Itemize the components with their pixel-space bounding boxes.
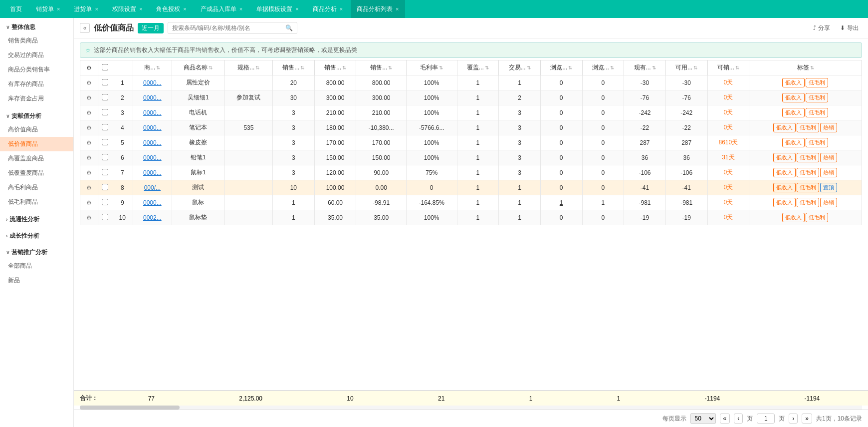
last-page-button[interactable]: » bbox=[802, 414, 812, 424]
row-settings[interactable]: ⚙ bbox=[80, 180, 98, 195]
col-tags[interactable]: 标签⇅ bbox=[749, 60, 862, 75]
scrollbar-thumb[interactable] bbox=[80, 406, 180, 410]
sidebar-item-low-margin[interactable]: 低毛利商品 bbox=[0, 195, 73, 209]
col-spec[interactable]: 规格...⇅ bbox=[224, 60, 272, 75]
row-select-checkbox[interactable] bbox=[102, 79, 108, 85]
first-page-button[interactable]: « bbox=[720, 414, 730, 424]
row-settings[interactable]: ⚙ bbox=[80, 75, 98, 90]
sidebar-item-sales-products[interactable]: 销售类商品 bbox=[0, 33, 73, 48]
sidebar-item-all-products[interactable]: 全部商品 bbox=[0, 259, 73, 273]
collapse-sidebar-button[interactable]: « bbox=[80, 23, 90, 33]
search-icon[interactable]: 🔍 bbox=[285, 24, 293, 31]
sidebar-item-category-rate[interactable]: 商品分类销售率 bbox=[0, 62, 73, 77]
export-button[interactable]: ⬇ 导出 bbox=[837, 23, 862, 33]
row-checkbox[interactable] bbox=[98, 210, 112, 225]
nav-item-product-analysis-list[interactable]: 商品分析列表 × bbox=[351, 0, 405, 18]
views-link[interactable]: 1 bbox=[560, 199, 563, 206]
next-page-button[interactable]: › bbox=[789, 414, 798, 424]
row-checkbox[interactable] bbox=[98, 90, 112, 105]
nav-item-template[interactable]: 单据模板设置 × bbox=[250, 0, 304, 18]
share-button[interactable]: ⤴ 分享 bbox=[810, 23, 833, 33]
close-icon[interactable]: × bbox=[139, 6, 142, 12]
sidebar-group-title-circulation[interactable]: › 流通性分析 bbox=[0, 213, 73, 226]
row-code[interactable]: 0000... bbox=[133, 120, 172, 135]
sidebar-group-title-marketing[interactable]: ∨ 营销推广分析 bbox=[0, 246, 73, 259]
row-settings[interactable]: ⚙ bbox=[80, 210, 98, 225]
close-icon[interactable]: × bbox=[340, 6, 343, 12]
nav-item-sales[interactable]: 销货单 × bbox=[30, 0, 66, 18]
col-coverage[interactable]: 覆盖...⇅ bbox=[457, 60, 499, 75]
col-available-stock[interactable]: 可用...⇅ bbox=[665, 60, 707, 75]
row-settings[interactable]: ⚙ bbox=[80, 150, 98, 165]
nav-item-product-analysis[interactable]: 商品分析 × bbox=[307, 0, 349, 18]
row-checkbox[interactable] bbox=[98, 180, 112, 195]
row-select-checkbox[interactable] bbox=[102, 184, 108, 190]
row-code[interactable]: 000/... bbox=[133, 180, 172, 195]
row-select-checkbox[interactable] bbox=[102, 139, 108, 145]
nav-item-purchase[interactable]: 进货单 × bbox=[68, 0, 104, 18]
row-code[interactable]: 0000... bbox=[133, 75, 172, 90]
row-checkbox[interactable] bbox=[98, 165, 112, 180]
col-sales-qty[interactable]: 销售...⇅ bbox=[273, 60, 315, 75]
row-settings[interactable]: ⚙ bbox=[80, 120, 98, 135]
prev-page-button[interactable]: ‹ bbox=[734, 414, 743, 424]
row-code[interactable]: 0000... bbox=[133, 150, 172, 165]
close-icon[interactable]: × bbox=[396, 6, 399, 12]
sidebar-item-high-coverage[interactable]: 高覆盖度商品 bbox=[0, 151, 73, 166]
row-settings[interactable]: ⚙ bbox=[80, 165, 98, 180]
row-select-checkbox[interactable] bbox=[102, 124, 108, 130]
row-code[interactable]: 0002... bbox=[133, 210, 172, 225]
page-input[interactable] bbox=[757, 414, 775, 424]
row-checkbox[interactable] bbox=[98, 75, 112, 90]
col-code[interactable]: 商...⇅ bbox=[133, 60, 172, 75]
row-checkbox[interactable] bbox=[98, 135, 112, 150]
close-icon[interactable]: × bbox=[95, 6, 98, 12]
nav-item-roles[interactable]: 角色授权 × bbox=[150, 0, 192, 18]
row-checkbox[interactable] bbox=[98, 195, 112, 210]
col-sales-amount[interactable]: 销售...⇅ bbox=[356, 60, 407, 75]
sidebar-group-title-growth[interactable]: › 成长性分析 bbox=[0, 230, 73, 242]
row-select-checkbox[interactable] bbox=[102, 199, 108, 205]
row-code[interactable]: 0000... bbox=[133, 165, 172, 180]
col-views1[interactable]: 浏览...⇅ bbox=[540, 60, 582, 75]
select-all-checkbox[interactable] bbox=[102, 64, 108, 70]
col-sales-price[interactable]: 销售...⇅ bbox=[314, 60, 356, 75]
row-select-checkbox[interactable] bbox=[102, 169, 108, 175]
sidebar-item-high-margin[interactable]: 高毛利商品 bbox=[0, 180, 73, 195]
time-filter-button[interactable]: 近一月 bbox=[138, 23, 164, 33]
col-views2[interactable]: 浏览...⇅ bbox=[582, 60, 624, 75]
row-checkbox[interactable] bbox=[98, 150, 112, 165]
col-gross-margin[interactable]: 毛利率⇅ bbox=[406, 60, 457, 75]
close-icon[interactable]: × bbox=[239, 6, 242, 12]
row-checkbox[interactable] bbox=[98, 105, 112, 120]
checkbox-header[interactable] bbox=[98, 60, 112, 75]
nav-item-home[interactable]: 首页 bbox=[4, 0, 28, 18]
row-settings[interactable]: ⚙ bbox=[80, 195, 98, 210]
row-code[interactable]: 0000... bbox=[133, 195, 172, 210]
nav-item-stock-in[interactable]: 产成品入库单 × bbox=[195, 0, 248, 18]
row-settings[interactable]: ⚙ bbox=[80, 135, 98, 150]
sidebar-item-capital[interactable]: 库存资金占用 bbox=[0, 91, 73, 106]
per-page-select[interactable]: 50 100 200 bbox=[690, 413, 716, 424]
close-icon[interactable]: × bbox=[295, 6, 298, 12]
sidebar-item-stock-products[interactable]: 有库存的商品 bbox=[0, 77, 73, 91]
close-icon[interactable]: × bbox=[183, 6, 186, 12]
col-current-stock[interactable]: 现有...⇅ bbox=[624, 60, 666, 75]
sidebar-item-new-products[interactable]: 新品 bbox=[0, 273, 73, 288]
row-select-checkbox[interactable] bbox=[102, 154, 108, 160]
col-name[interactable]: 商品名称⇅ bbox=[172, 60, 225, 75]
col-transactions[interactable]: 交易...⇅ bbox=[499, 60, 541, 75]
sidebar-group-title-contribution[interactable]: ∨ 贡献值分析 bbox=[0, 110, 73, 122]
sidebar-item-high-value[interactable]: 高价值商品 bbox=[0, 122, 73, 137]
sidebar-item-traded-products[interactable]: 交易过的商品 bbox=[0, 48, 73, 62]
row-code[interactable]: 0000... bbox=[133, 90, 172, 105]
col-sellable[interactable]: 可销...⇅ bbox=[707, 60, 749, 75]
nav-item-permissions[interactable]: 权限设置 × bbox=[106, 0, 148, 18]
row-checkbox[interactable] bbox=[98, 120, 112, 135]
sidebar-group-title-overall[interactable]: ∨ 整体信息 bbox=[0, 21, 73, 33]
close-icon[interactable]: × bbox=[57, 6, 60, 12]
row-select-checkbox[interactable] bbox=[102, 214, 108, 220]
row-settings[interactable]: ⚙ bbox=[80, 90, 98, 105]
row-code[interactable]: 0000... bbox=[133, 135, 172, 150]
horizontal-scrollbar[interactable] bbox=[80, 406, 862, 410]
